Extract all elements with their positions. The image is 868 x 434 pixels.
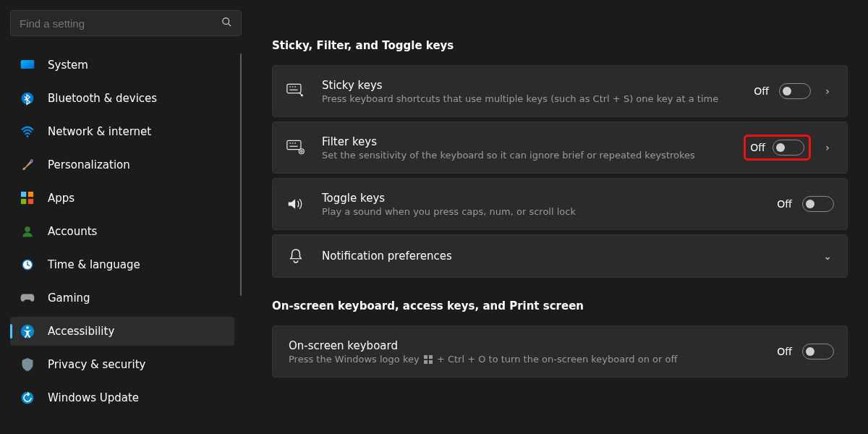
keyboard-gear-icon [286, 137, 306, 158]
row-description: Press the Windows logo key + Ctrl + O to… [289, 354, 777, 365]
chevron-right-icon[interactable]: › [821, 142, 834, 153]
toggle-state-label: Off [754, 85, 769, 97]
row-filter-keys[interactable]: Filter keys Set the sensitivity of the k… [272, 122, 848, 174]
sidebar-item-system[interactable]: System [10, 51, 234, 80]
apps-icon [19, 190, 36, 207]
svg-rect-22 [287, 140, 301, 149]
row-title: Toggle keys [322, 192, 777, 205]
row-description: Set the sensitivity of the keyboard so i… [322, 150, 744, 161]
sidebar-item-label: Bluetooth & devices [48, 92, 157, 105]
row-title: Filter keys [322, 135, 744, 148]
svg-point-28 [301, 150, 303, 153]
sidebar-scrollbar[interactable] [240, 54, 242, 296]
sidebar-item-time-language[interactable]: Time & language [10, 250, 234, 279]
update-icon [19, 389, 36, 407]
windows-logo-icon [424, 355, 433, 364]
filter-keys-toggle[interactable] [773, 140, 804, 156]
sidebar-item-label: Privacy & security [48, 358, 145, 371]
person-icon [19, 223, 36, 240]
wifi-icon [19, 123, 36, 140]
speaker-icon [286, 194, 306, 214]
clock-icon [19, 256, 36, 273]
bluetooth-icon [19, 90, 36, 107]
svg-point-4 [22, 93, 34, 105]
svg-rect-7 [21, 192, 26, 197]
sidebar-item-label: Accessibility [48, 325, 114, 338]
search-icon [221, 17, 232, 30]
sidebar-item-label: Personalization [48, 158, 130, 171]
row-on-screen-keyboard[interactable]: On-screen keyboard Press the Windows log… [272, 326, 848, 378]
toggle-state-label: Off [777, 346, 792, 357]
svg-point-0 [223, 18, 229, 25]
svg-rect-10 [28, 199, 33, 204]
bell-icon [286, 246, 306, 266]
shield-icon [19, 356, 36, 373]
sidebar-item-personalization[interactable]: Personalization [10, 150, 234, 179]
row-title: Notification preferences [322, 250, 821, 263]
chevron-down-icon[interactable]: ⌄ [821, 250, 834, 262]
sidebar-item-network[interactable]: Network & internet [10, 117, 234, 146]
sidebar-item-gaming[interactable]: Gaming [10, 284, 234, 312]
svg-point-15 [26, 326, 29, 329]
sidebar-item-label: Windows Update [48, 391, 139, 404]
paintbrush-icon [19, 156, 36, 174]
controller-icon [19, 289, 36, 307]
chevron-right-icon[interactable]: › [821, 85, 834, 97]
highlight-annotation: Off [744, 135, 811, 161]
row-title: On-screen keyboard [289, 339, 777, 352]
sidebar-item-windows-update[interactable]: Windows Update [10, 383, 234, 412]
sidebar-item-label: Accounts [48, 225, 97, 238]
row-description: Press keyboard shortcuts that use multip… [322, 93, 754, 104]
sidebar-item-apps[interactable]: Apps [10, 184, 234, 213]
svg-point-6 [30, 159, 33, 162]
svg-point-27 [299, 149, 304, 154]
svg-rect-8 [28, 192, 33, 197]
svg-rect-3 [21, 60, 34, 69]
sidebar-item-label: Gaming [48, 292, 90, 305]
sidebar-item-label: Time & language [48, 258, 140, 271]
row-sticky-keys[interactable]: Sticky keys Press keyboard shortcuts tha… [272, 65, 848, 117]
sidebar-item-label: System [48, 59, 88, 72]
row-toggle-keys[interactable]: Toggle keys Play a sound when you press … [272, 178, 848, 230]
svg-rect-17 [287, 84, 301, 93]
search-box[interactable] [10, 10, 242, 36]
accessibility-icon [19, 323, 36, 340]
sidebar-item-label: Network & internet [48, 125, 151, 138]
display-icon [19, 56, 36, 74]
svg-rect-9 [21, 199, 26, 204]
sidebar-item-label: Apps [48, 192, 75, 205]
row-notification-preferences[interactable]: Notification preferences ⌄ [272, 234, 848, 278]
sticky-keys-toggle[interactable] [779, 83, 811, 99]
row-title: Sticky keys [322, 79, 754, 92]
toggle-state-label: Off [777, 198, 792, 210]
keyboard-arrow-icon [286, 81, 306, 101]
on-screen-keyboard-toggle[interactable] [802, 344, 834, 359]
section-onscreen-keyboard-heading: On-screen keyboard, access keys, and Pri… [272, 299, 848, 312]
svg-line-1 [228, 23, 231, 26]
sidebar-item-accessibility[interactable]: Accessibility [10, 317, 234, 346]
section-sticky-filter-toggle-heading: Sticky, Filter, and Toggle keys [272, 39, 848, 52]
svg-point-5 [27, 135, 29, 137]
sidebar-item-bluetooth[interactable]: Bluetooth & devices [10, 84, 234, 113]
toggle-state-label: Off [750, 142, 765, 153]
sidebar-item-accounts[interactable]: Accounts [10, 217, 234, 246]
row-description: Play a sound when you press caps, num, o… [322, 206, 777, 217]
svg-point-11 [25, 226, 30, 232]
sidebar-item-privacy[interactable]: Privacy & security [10, 350, 234, 379]
search-input[interactable] [20, 17, 221, 30]
toggle-keys-toggle[interactable] [802, 196, 834, 212]
